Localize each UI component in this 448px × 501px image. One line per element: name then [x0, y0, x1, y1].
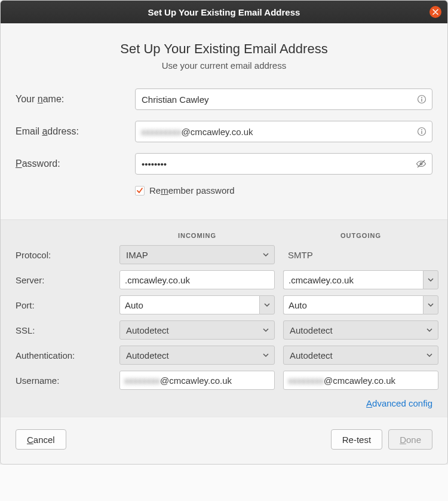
incoming-port-input[interactable]	[119, 295, 259, 314]
auth-label: Authentication:	[16, 350, 111, 361]
username-label: Username:	[16, 375, 111, 386]
password-label: Password:	[16, 158, 135, 169]
svg-point-1	[421, 97, 422, 98]
done-button[interactable]: Done	[388, 429, 432, 450]
incoming-username-input[interactable]	[119, 371, 275, 390]
protocol-label: Protocol:	[16, 250, 111, 260]
info-icon[interactable]	[417, 94, 426, 104]
outgoing-username-input[interactable]	[283, 371, 438, 390]
chevron-down-icon	[426, 325, 433, 335]
heading: Set Up Your Existing Email Address Use y…	[16, 41, 432, 71]
checkbox-icon	[135, 186, 145, 195]
outgoing-port-combo[interactable]	[283, 295, 438, 314]
titlebar: Set Up Your Existing Email Address	[1, 1, 447, 23]
server-settings: INCOMING OUTGOING Protocol: IMAP SMTP Se…	[1, 219, 447, 417]
advanced-config-link[interactable]: Advanced config	[366, 398, 432, 408]
port-label: Port:	[16, 300, 111, 310]
chevron-down-icon	[262, 350, 269, 361]
outgoing-port-input[interactable]	[283, 295, 423, 314]
outgoing-server-combo[interactable]	[283, 270, 438, 289]
page-title: Set Up Your Existing Email Address	[16, 41, 432, 57]
outgoing-protocol: SMTP	[283, 250, 438, 260]
svg-rect-5	[421, 131, 422, 134]
column-header-outgoing: OUTGOING	[283, 232, 438, 239]
column-header-incoming: INCOMING	[119, 232, 275, 239]
button-bar: Cancel Re-test Done	[1, 417, 447, 464]
info-icon[interactable]	[417, 127, 426, 136]
chevron-down-icon	[262, 250, 269, 260]
eye-off-icon[interactable]	[416, 158, 426, 169]
chevron-down-icon[interactable]	[423, 295, 438, 314]
remember-password-label: Remember password	[149, 185, 235, 195]
account-form: Set Up Your Existing Email Address Use y…	[1, 23, 447, 219]
svg-point-4	[421, 129, 422, 130]
retest-button[interactable]: Re-test	[331, 429, 382, 450]
incoming-protocol-select[interactable]: IMAP	[119, 245, 275, 264]
chevron-down-icon	[426, 350, 433, 361]
email-input[interactable]	[135, 121, 432, 142]
chevron-down-icon	[262, 325, 269, 335]
page-subtitle: Use your current email address	[16, 60, 432, 71]
outgoing-auth-select[interactable]: Autodetect	[283, 346, 438, 365]
close-button[interactable]	[429, 6, 441, 18]
ssl-label: SSL:	[16, 325, 111, 335]
outgoing-server-input[interactable]	[283, 270, 423, 289]
svg-rect-2	[421, 99, 422, 102]
retest-button-label: Re-test	[342, 435, 371, 445]
name-input[interactable]	[135, 88, 432, 110]
email-label: Email address:	[16, 126, 135, 137]
incoming-port-combo[interactable]	[119, 295, 275, 314]
chevron-down-icon[interactable]	[259, 295, 275, 314]
incoming-ssl-select[interactable]: Autodetect	[119, 320, 275, 340]
cancel-button[interactable]: Cancel	[16, 429, 66, 450]
window-title: Set Up Your Existing Email Address	[148, 7, 300, 17]
server-label: Server:	[16, 275, 111, 285]
incoming-auth-select[interactable]: Autodetect	[119, 346, 275, 365]
close-icon	[432, 9, 438, 15]
remember-password-checkbox[interactable]: Remember password	[135, 185, 432, 195]
chevron-down-icon[interactable]	[423, 270, 438, 289]
name-label: Your name:	[16, 94, 135, 105]
dialog-window: Set Up Your Existing Email Address Set U…	[0, 0, 448, 465]
incoming-server-input[interactable]	[119, 270, 275, 289]
outgoing-ssl-select[interactable]: Autodetect	[283, 320, 438, 340]
password-input[interactable]	[135, 153, 432, 175]
